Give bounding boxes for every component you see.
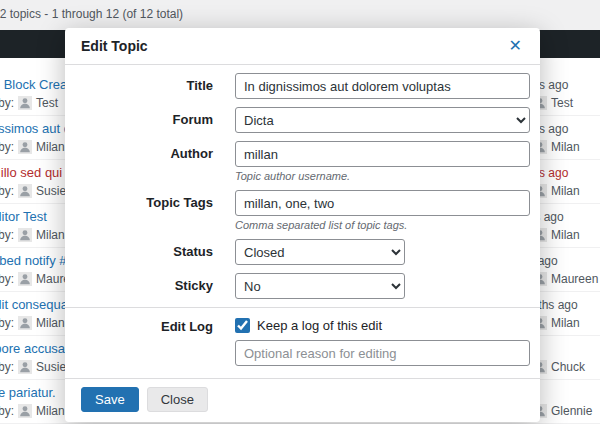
started-by-label: Started by:	[0, 360, 14, 374]
last-poster-name: Milan	[551, 228, 580, 242]
last-poster-line: Milan	[533, 228, 580, 242]
modal-footer: Save Close	[65, 378, 540, 422]
topic-tags-input[interactable]	[235, 190, 530, 216]
started-by-label: Started by:	[0, 228, 14, 242]
started-by-label: Started by:	[0, 96, 14, 110]
author-link[interactable]: Milan	[36, 404, 65, 418]
author-link[interactable]: Milan	[36, 228, 65, 242]
started-by-label: Started by:	[0, 184, 14, 198]
started-by-label: Started by:	[0, 272, 14, 286]
modal-title: Edit Topic	[81, 38, 148, 54]
author-label: Author	[81, 141, 213, 182]
author-link[interactable]: Test	[36, 96, 58, 110]
edit-reason-input[interactable]	[235, 340, 530, 366]
started-by-label: Started by:	[0, 140, 14, 154]
last-poster-name: Glennie	[551, 404, 592, 418]
last-poster-name: Test	[551, 96, 573, 110]
modal-header: Edit Topic ✕	[65, 28, 540, 65]
forum-label: Forum	[81, 107, 213, 133]
sticky-select[interactable]: No	[235, 273, 405, 299]
topic-link[interactable]: Subscribed notify #2	[0, 253, 74, 268]
sticky-label: Sticky	[81, 273, 213, 299]
last-poster-line: Maureen	[533, 272, 598, 286]
edit-log-label: Edit Log	[81, 318, 213, 366]
started-by-label: Started by:	[0, 316, 14, 330]
avatar-icon	[18, 228, 32, 242]
close-button[interactable]: Close	[147, 387, 208, 412]
started-by-label: Started by:	[0, 404, 14, 418]
topic-link[interactable]: New Editor Test	[0, 209, 47, 224]
last-poster-name: Milan	[551, 316, 580, 330]
close-icon[interactable]: ✕	[507, 36, 524, 56]
topic-author-line: Started by: Milan	[0, 316, 65, 330]
results-summary: 12 topics - 1 through 12 (of 12 total)	[0, 7, 183, 21]
last-poster-name: Maureen	[551, 272, 598, 286]
author-link[interactable]: Milan	[36, 140, 65, 154]
keep-log-option[interactable]: Keep a log of this edit	[235, 318, 530, 333]
avatar-icon	[18, 140, 32, 154]
edit-topic-modal: Edit Topic ✕ Title Forum Dicta Author To…	[65, 28, 540, 422]
last-poster-line: Milan	[533, 184, 580, 198]
status-select[interactable]: Closed	[235, 239, 405, 265]
edit-log-checkbox[interactable]	[235, 318, 250, 333]
topic-link[interactable]: Cumque pariatur.	[0, 385, 56, 400]
section-divider	[65, 307, 540, 308]
modal-body: Title Forum Dicta Author Topic author us…	[65, 65, 540, 366]
last-poster-line: Glennie	[533, 404, 592, 418]
keep-log-label: Keep a log of this edit	[257, 318, 382, 333]
avatar-icon	[18, 316, 32, 330]
last-poster-line: Milan	[533, 140, 580, 154]
author-help-text: Topic author username.	[235, 170, 530, 182]
last-poster-line: Milan	[533, 316, 580, 330]
topic-author-line: Started by: Test	[0, 96, 58, 110]
avatar-icon	[18, 360, 32, 374]
avatar-icon	[18, 96, 32, 110]
author-link[interactable]: Milan	[36, 316, 65, 330]
title-label: Title	[81, 73, 213, 99]
last-poster-line: Chuck	[533, 360, 585, 374]
topic-author-line: Started by: Milan	[0, 228, 65, 242]
status-label: Status	[81, 239, 213, 265]
topic-author-line: Started by: Milan	[0, 140, 65, 154]
save-button[interactable]: Save	[81, 387, 139, 412]
title-input[interactable]	[235, 73, 530, 99]
topic-tags-help-text: Comma separated list of topic tags.	[235, 219, 530, 231]
forum-select[interactable]: Dicta	[235, 107, 530, 133]
last-poster-name: Milan	[551, 184, 580, 198]
avatar-icon	[18, 184, 32, 198]
topic-tags-label: Topic Tags	[81, 190, 213, 231]
last-poster-name: Chuck	[551, 360, 585, 374]
last-poster-name: Milan	[551, 140, 580, 154]
avatar-icon	[18, 404, 32, 418]
author-input[interactable]	[235, 141, 530, 167]
avatar-icon	[18, 272, 32, 286]
topic-author-line: Started by: Milan	[0, 404, 65, 418]
